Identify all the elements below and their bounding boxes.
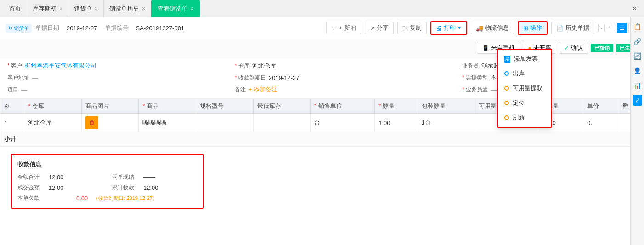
- doc-meta: 单据日期 2019-12-27 单据编号 SA-20191227-001: [35, 24, 326, 32]
- number-value: SA-20191227-001: [136, 25, 185, 32]
- share-button[interactable]: ↗ 分享: [365, 22, 394, 34]
- confirm-btn[interactable]: ✓ 确认: [559, 42, 588, 54]
- notes-field: 备注 + 添加备注: [235, 85, 453, 94]
- nav-arrows: ‹ ›: [598, 24, 613, 32]
- operations-icon: ⊞: [523, 25, 528, 32]
- col-unit: 销售单位: [311, 99, 375, 114]
- add-button[interactable]: ＋ + 新增: [326, 22, 361, 34]
- history-button[interactable]: 📄 历史单据: [551, 22, 594, 34]
- col-warehouse: 仓库: [24, 99, 82, 114]
- tab-inventory[interactable]: 库存期初 ×: [27, 0, 68, 17]
- customer-label: 客户: [7, 62, 22, 70]
- address-field: 客户地址 —: [7, 74, 226, 82]
- same-order-row: 同单现结 ——: [112, 173, 198, 181]
- project-label: 项目: [7, 86, 18, 94]
- row-unit: 台: [311, 114, 375, 132]
- refresh-icon: [504, 115, 509, 120]
- tab-inventory-close[interactable]: ×: [59, 6, 62, 12]
- total-amount-label: 金额合计: [17, 173, 45, 181]
- subtotal-label: 小计: [0, 132, 644, 147]
- salesperson-label: 业务员: [462, 62, 479, 70]
- subtotal-row: 小计: [0, 132, 644, 147]
- cumulative-value: 12.00: [143, 184, 158, 191]
- print-button[interactable]: 🖨 打印 ▼: [430, 21, 467, 35]
- doc-header: ↻ 销货单 单据日期 2019-12-27 单据编号 SA-20191227-0…: [0, 17, 644, 39]
- col-product-img: 商品图片: [81, 99, 139, 114]
- print-dropdown-arrow: ▼: [458, 26, 462, 30]
- locate-item[interactable]: 定位: [498, 96, 551, 110]
- mobile-icon: 📱: [482, 45, 489, 51]
- date-label: 单据日期: [35, 24, 59, 32]
- sidebar-clipboard-icon[interactable]: 📋: [632, 21, 643, 32]
- transaction-value: 12.00: [49, 184, 64, 191]
- history-icon: 📄: [556, 25, 564, 32]
- product-image: 🏮: [85, 116, 98, 129]
- warehouse-value: 河北仓库: [252, 62, 276, 70]
- tab-home[interactable]: 首页: [4, 0, 27, 17]
- tab-sales-history[interactable]: 销货单历史 ×: [104, 0, 151, 17]
- refresh-item[interactable]: 刷新: [498, 110, 551, 125]
- col-settings[interactable]: ⚙: [0, 99, 24, 114]
- list-view-icon[interactable]: ☰: [617, 23, 627, 33]
- operations-dropdown: 票 添加发票 出库 可用量提取 定位 刷新: [497, 49, 552, 128]
- add-icon: ＋: [331, 24, 337, 32]
- row-qty: 1.00: [375, 114, 418, 132]
- print-icon: 🖨: [436, 25, 442, 32]
- add-invoice-item[interactable]: 票 添加发票: [498, 51, 551, 66]
- row-spec: [196, 114, 253, 132]
- row-min-stock: [253, 114, 311, 132]
- row-pack-qty: 1台: [418, 114, 475, 132]
- total-amount-value: 12.00: [49, 174, 64, 181]
- summary-grid: 金额合计 12.00 同单现结 —— 成交金额 12.00 累计收款 12.00: [17, 173, 198, 202]
- next-arrow[interactable]: ›: [606, 24, 613, 32]
- col-price: 单价: [583, 99, 619, 114]
- tab-view-sales[interactable]: 查看销货单 ×: [151, 0, 200, 17]
- warehouse-label: 仓库: [235, 62, 249, 70]
- add-notes-btn[interactable]: + 添加备注: [249, 85, 277, 94]
- same-order-value: ——: [143, 174, 155, 181]
- sidebar-chart-icon[interactable]: 📊: [632, 80, 643, 91]
- owed-label: 本单欠款: [17, 194, 73, 202]
- add-invoice-label: 添加发票: [514, 55, 538, 63]
- tab-sales[interactable]: 销货单 ×: [68, 0, 104, 17]
- tab-sales-history-close[interactable]: ×: [142, 6, 145, 12]
- tab-bar: 首页 库存期初 × 销货单 × 销货单历史 × 查看销货单 × ×: [0, 0, 644, 17]
- address-label: 客户地址: [7, 74, 29, 82]
- summary-title: 收款信息: [17, 160, 198, 169]
- payment-date-label: 收款到期日: [235, 74, 266, 82]
- col-product: 商品: [139, 99, 196, 114]
- warehouse-out-item[interactable]: 出库: [498, 66, 551, 81]
- tab-sales-close[interactable]: ×: [95, 6, 98, 12]
- payment-date-value: 2019-12-27: [269, 74, 299, 81]
- col-pack-qty: 包装数量: [418, 99, 475, 114]
- sidebar-user-icon[interactable]: 👤: [632, 65, 643, 76]
- available-qty-label: 可用量提取: [513, 84, 542, 92]
- available-qty-item[interactable]: 可用量提取: [498, 81, 551, 96]
- salesperson2-value: —: [491, 86, 497, 93]
- logistics-button[interactable]: 🚚 物流信息: [471, 22, 514, 34]
- copy-button[interactable]: ⬚ 复制: [397, 22, 427, 34]
- customer-value[interactable]: 柳州粤港平安气体有限公司: [25, 62, 96, 70]
- row-product-img: 🏮: [81, 114, 139, 132]
- cumulative-row: 累计收款 12.00: [112, 184, 198, 192]
- summary-section: 收款信息 金额合计 12.00 同单现结 —— 成交金额 12.00: [11, 154, 204, 209]
- sidebar-refresh-icon[interactable]: 🔄: [632, 51, 643, 62]
- transaction-row: 成交金额 12.00: [17, 184, 103, 192]
- right-sidebar: 📋 🔗 🔄 👤 📊 ⤢: [630, 17, 644, 245]
- row-no: 1: [0, 114, 24, 132]
- sidebar-link-icon[interactable]: 🔗: [632, 36, 643, 47]
- customer-field: 客户 柳州粤港平安气体有限公司: [7, 62, 226, 70]
- address-value: —: [32, 74, 38, 81]
- prev-arrow[interactable]: ‹: [598, 24, 605, 32]
- tab-view-sales-close[interactable]: ×: [190, 6, 193, 12]
- locate-label: 定位: [513, 99, 525, 107]
- window-close-btn[interactable]: ×: [629, 5, 640, 13]
- copy-icon: ⬚: [402, 25, 408, 32]
- operations-button[interactable]: ⊞ 操作: [518, 21, 548, 35]
- sidebar-expand-icon[interactable]: ⤢: [633, 95, 642, 106]
- warehouse-field: 仓库 河北仓库: [235, 62, 453, 70]
- owed-note: （收款到期日: 2019-12-27）: [93, 195, 157, 202]
- invoice-icon: 票: [504, 56, 510, 63]
- cumulative-label: 累计收款: [112, 184, 140, 192]
- warehouse-out-icon: [504, 71, 509, 76]
